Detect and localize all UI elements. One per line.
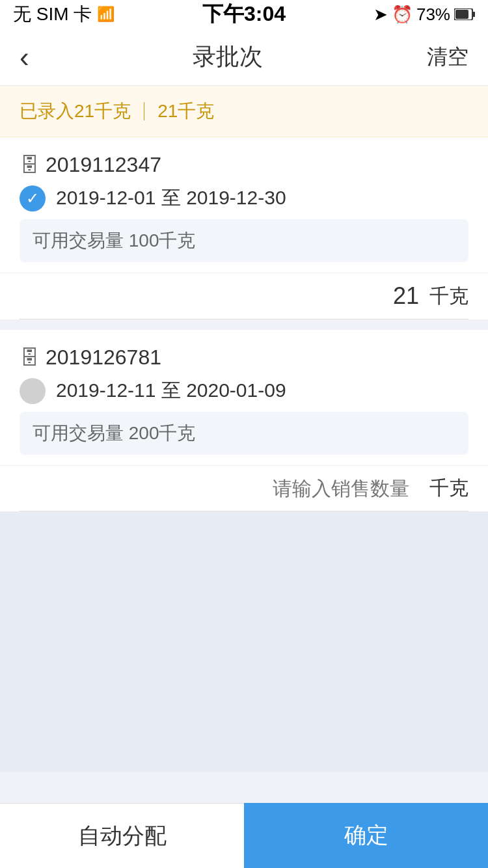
qty-input-2[interactable]: [172, 478, 419, 500]
alarm-icon: ⏰: [392, 5, 413, 25]
batch-date-1: 2019-12-01 至 2019-12-30: [56, 185, 286, 211]
radio-button-1[interactable]: ✓: [20, 185, 46, 211]
bottom-empty-area: [0, 511, 488, 772]
batch-item-1: 🗄 2019112347 ✓ 2019-12-01 至 2019-12-30 可…: [0, 137, 488, 319]
clear-button[interactable]: 清空: [427, 43, 468, 72]
battery-icon: [454, 5, 475, 25]
info-banner: 已录入21千克 21千克: [0, 86, 488, 137]
section-gap: [0, 319, 488, 330]
qty-unit-1: 千克: [429, 283, 468, 310]
status-bar: 无 SIM 卡 📶 下午3:04 ➤ ⏰ 73%: [0, 0, 488, 29]
qty-value-1: 21: [367, 282, 419, 310]
status-left: 无 SIM 卡 📶: [13, 2, 115, 27]
auto-distribute-button[interactable]: 自动分配: [0, 803, 244, 868]
bottom-bar: 自动分配 确定: [0, 803, 488, 868]
status-right: ➤ ⏰ 73%: [373, 5, 475, 25]
batch-header-1: 🗄 2019112347: [0, 137, 488, 182]
qty-row-2[interactable]: 千克: [0, 465, 488, 511]
svg-rect-2: [455, 10, 468, 19]
nav-title: 录批次: [193, 41, 263, 73]
svg-rect-1: [472, 12, 475, 17]
available-qty-box-2: 可用交易量 200千克: [20, 412, 468, 455]
batch-id-1: 2019112347: [46, 153, 161, 177]
batch-date-2: 2019-12-11 至 2020-01-09: [56, 377, 286, 404]
check-icon-1: ✓: [26, 189, 39, 208]
recorded-label: 已录入21千克: [20, 99, 131, 124]
banner-divider: [144, 102, 144, 120]
radio-button-2[interactable]: [20, 378, 46, 404]
batch-id-2: 2019126781: [46, 346, 161, 370]
battery-text: 73%: [416, 5, 450, 25]
wifi-icon: 📶: [97, 6, 115, 23]
batch-date-row-2[interactable]: 2019-12-11 至 2020-01-09: [0, 375, 488, 412]
available-qty-text-2: 可用交易量 200千克: [33, 423, 196, 443]
batch-date-row-1[interactable]: ✓ 2019-12-01 至 2019-12-30: [0, 182, 488, 219]
available-qty-box-1: 可用交易量 100千克: [20, 219, 468, 262]
confirm-button[interactable]: 确定: [244, 803, 488, 868]
qty-row-1: 21 千克: [0, 273, 488, 319]
nav-bar: ‹ 录批次 清空: [0, 29, 488, 86]
content-scroll: 已录入21千克 21千克 🗄 2019112347 ✓ 2019-12-01 至…: [0, 86, 488, 837]
status-time: 下午3:04: [202, 0, 286, 29]
sim-text: 无 SIM 卡: [13, 2, 92, 27]
batch-doc-icon-2: 🗄: [20, 347, 39, 369]
qty-unit-2: 千克: [429, 475, 468, 502]
recorded-value: 21千克: [157, 99, 214, 124]
batch-header-2: 🗄 2019126781: [0, 330, 488, 375]
location-icon: ➤: [373, 5, 388, 25]
batch-item-2: 🗄 2019126781 2019-12-11 至 2020-01-09 可用交…: [0, 330, 488, 511]
back-button[interactable]: ‹: [20, 43, 29, 72]
available-qty-text-1: 可用交易量 100千克: [33, 230, 196, 251]
batch-doc-icon-1: 🗄: [20, 154, 39, 176]
